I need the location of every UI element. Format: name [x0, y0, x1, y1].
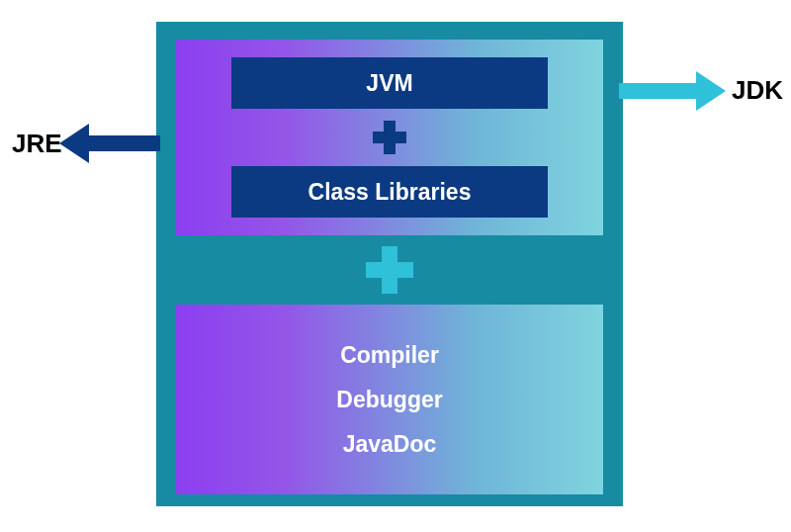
svg-rect-6	[619, 83, 698, 99]
compiler-label: Compiler	[340, 342, 439, 369]
class-libraries-box: Class Libraries	[231, 166, 548, 218]
debugger-label: Debugger	[336, 387, 442, 413]
jdk-container: JVM Class Libraries Compiler Debugger Ja…	[156, 22, 623, 506]
arrow-right-icon	[619, 69, 726, 113]
svg-rect-3	[366, 262, 413, 278]
svg-marker-7	[696, 71, 726, 111]
jvm-box: JVM	[231, 57, 548, 109]
javadoc-label: JavaDoc	[343, 431, 437, 458]
svg-marker-5	[59, 124, 89, 163]
svg-rect-4	[87, 135, 160, 151]
plus-icon	[371, 119, 408, 156]
tools-block: Compiler Debugger JavaDoc	[176, 305, 603, 494]
jre-block: JVM Class Libraries	[176, 40, 603, 235]
jdk-outer-label: JDK	[732, 75, 783, 106]
plus-icon-large	[363, 243, 416, 297]
arrow-left-icon	[59, 122, 160, 165]
class-libraries-label: Class Libraries	[308, 179, 472, 206]
jre-outer-label: JRE	[12, 129, 62, 159]
jvm-label: JVM	[366, 70, 412, 97]
svg-rect-1	[373, 132, 406, 143]
